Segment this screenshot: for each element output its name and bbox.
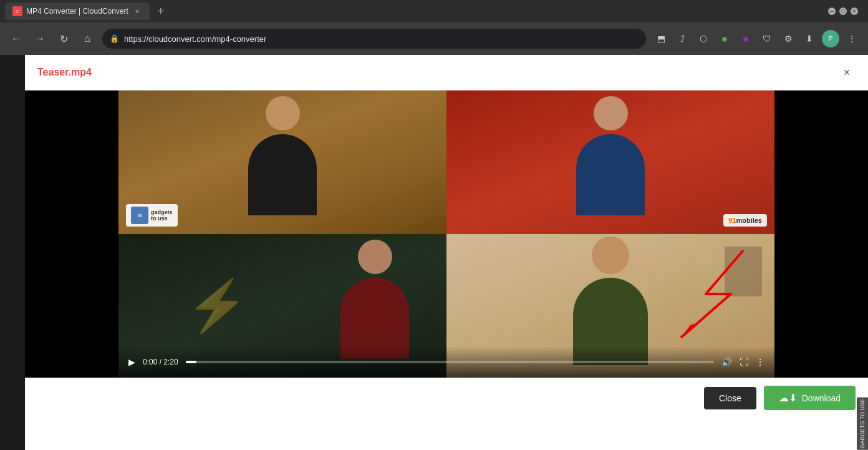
tab-favicon: C (12, 6, 22, 16)
main-content: Teaser.mp4 × G gadgetsto use (25, 55, 868, 450)
cast-icon[interactable]: ⬒ (652, 30, 670, 47)
url-text: https://cloudconvert.com/mp4-converter (124, 34, 266, 44)
window-controls: ─ □ ✕ (828, 7, 863, 15)
video-panel-top-left: G gadgetsto use (118, 90, 446, 234)
address-bar[interactable]: 🔒 https://cloudconvert.com/mp4-converter (102, 29, 646, 49)
browser-chrome: C MP4 Converter | CloudConvert ✕ + ─ □ ✕… (0, 0, 868, 55)
gadgets-logo: G gadgetsto use (126, 204, 178, 227)
more-options-button[interactable]: ⋮ (756, 357, 764, 367)
green-dot: ● (716, 30, 733, 47)
fullscreen-button[interactable]: ⛶ (740, 357, 748, 367)
tab-active[interactable]: C MP4 Converter | CloudConvert ✕ (5, 2, 150, 20)
time-display: 0:00 / 2:20 (143, 358, 178, 366)
download-label: Download (802, 393, 841, 403)
lightning-icon: ⚡ (186, 276, 248, 335)
video-black-left (25, 90, 118, 378)
back-button[interactable]: ← (7, 30, 25, 47)
side-bar-left (0, 55, 25, 450)
modal-title: Teaser.mp4 (37, 67, 92, 78)
video-black-right (774, 90, 868, 378)
menu-icon[interactable]: ⋮ (843, 30, 861, 47)
close-window-button[interactable]: ✕ (851, 7, 858, 15)
settings-icon[interactable]: ⚙ (779, 30, 797, 47)
shield-icon[interactable]: 🛡 (758, 30, 776, 47)
modal-header: Teaser.mp4 × (25, 55, 868, 90)
progress-bar[interactable] (186, 361, 714, 363)
new-tab-button[interactable]: + (152, 2, 170, 20)
tab-title: MP4 Converter | CloudConvert (26, 7, 128, 16)
refresh-button[interactable]: ↻ (55, 30, 72, 47)
forward-button[interactable]: → (31, 30, 49, 47)
play-button[interactable]: ▶ (128, 357, 135, 367)
progress-fill (186, 361, 196, 363)
download-button[interactable]: ☁⬇ Download (764, 386, 856, 410)
share-icon[interactable]: ⤴ (673, 30, 691, 47)
download-icon: ☁⬇ (779, 392, 797, 404)
profile-icon[interactable]: P (822, 30, 839, 47)
extensions-icon[interactable]: ⬡ (695, 30, 712, 47)
minimize-button[interactable]: ─ (828, 7, 836, 15)
downloads-icon[interactable]: ⬇ (801, 30, 818, 47)
home-button[interactable]: ⌂ (79, 30, 96, 47)
tab-close-icon[interactable]: ✕ (132, 6, 142, 16)
modal-close-button[interactable]: × (838, 64, 856, 81)
modal-footer: Close ☁⬇ Download (25, 378, 868, 418)
toolbar-icons: ⬒ ⤴ ⬡ ● ● 🛡 ⚙ ⬇ P ⋮ (652, 30, 861, 47)
video-panel-top-right: 91mobiles (446, 90, 774, 234)
purple-dot: ● (737, 30, 755, 47)
91mobiles-logo: 91mobiles (723, 214, 767, 227)
video-controls: ▶ 0:00 / 2:20 🔊 ⛶ ⋮ (118, 346, 774, 378)
tab-bar: C MP4 Converter | CloudConvert ✕ + ─ □ ✕ (0, 0, 868, 22)
address-bar-row: ← → ↻ ⌂ 🔒 https://cloudconvert.com/mp4-c… (0, 22, 868, 55)
screen-watermark: GADGETS TO USE (857, 398, 868, 450)
video-container: G gadgetsto use 91mobiles ⚡ (25, 90, 868, 378)
close-button[interactable]: Close (704, 387, 756, 409)
volume-button[interactable]: 🔊 (721, 357, 732, 367)
lock-icon: 🔒 (110, 34, 119, 43)
video-grid: G gadgetsto use 91mobiles ⚡ (118, 90, 774, 378)
maximize-button[interactable]: □ (839, 7, 847, 15)
